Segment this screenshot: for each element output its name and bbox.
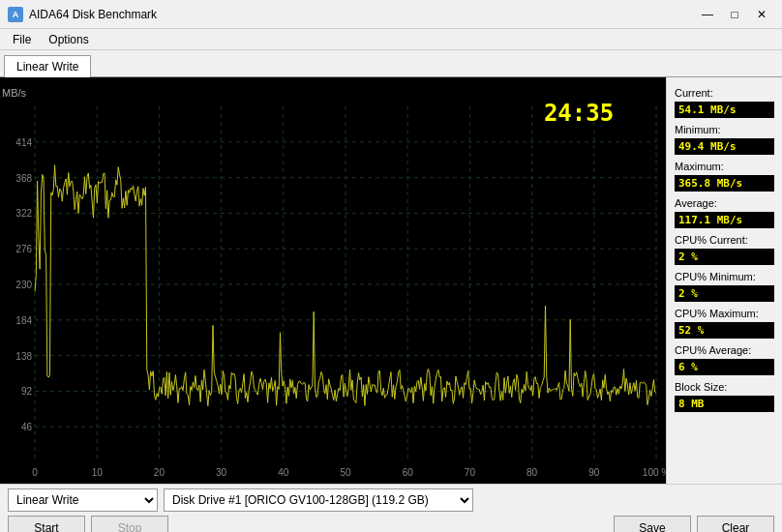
- menu-bar: File Options: [0, 29, 782, 50]
- test-select[interactable]: Linear Write Linear Read Random Write Ra…: [8, 488, 158, 512]
- cpu-maximum-value: 52 %: [675, 322, 774, 339]
- block-size-label: Block Size:: [675, 381, 774, 393]
- block-size-value: 8 MB: [675, 396, 774, 412]
- start-button[interactable]: Start: [8, 516, 85, 532]
- title-text: AIDA64 Disk Benchmark: [29, 8, 157, 21]
- tab-linear-write[interactable]: Linear Write: [4, 55, 91, 77]
- maximum-value: 365.8 MB/s: [675, 175, 774, 192]
- maximize-button[interactable]: □: [722, 5, 747, 24]
- menu-file[interactable]: File: [4, 30, 40, 49]
- minimize-button[interactable]: —: [695, 5, 720, 24]
- cpu-minimum-label: CPU% Minimum:: [675, 271, 774, 282]
- chart-canvas: [0, 77, 666, 484]
- title-controls: — □ ✕: [695, 5, 774, 24]
- clear-button[interactable]: Clear: [697, 516, 774, 532]
- average-value: 117.1 MB/s: [675, 212, 774, 228]
- title-bar-left: A AIDA64 Disk Benchmark: [8, 7, 157, 22]
- main-area: MB/s 24:35 Current: 54.1 MB/s Minimum: 4…: [0, 77, 782, 484]
- cpu-current-value: 2 %: [675, 249, 774, 265]
- stop-button[interactable]: Stop: [91, 516, 168, 532]
- drive-select[interactable]: Disk Drive #1 [ORICO GV100-128GB] (119.2…: [164, 488, 473, 512]
- control-row2: Start Stop Save Clear: [8, 516, 774, 532]
- close-button[interactable]: ✕: [749, 5, 774, 24]
- minimum-value: 49.4 MB/s: [675, 138, 774, 155]
- bottom-controls: Linear Write Linear Read Random Write Ra…: [0, 484, 782, 532]
- save-button[interactable]: Save: [614, 516, 691, 532]
- title-bar: A AIDA64 Disk Benchmark — □ ✕: [0, 0, 782, 29]
- control-row1: Linear Write Linear Read Random Write Ra…: [8, 488, 774, 512]
- app-icon: A: [8, 7, 23, 22]
- menu-options[interactable]: Options: [40, 30, 97, 49]
- chart-area: MB/s 24:35: [0, 77, 666, 484]
- maximum-label: Maximum:: [675, 161, 774, 172]
- stats-panel: Current: 54.1 MB/s Minimum: 49.4 MB/s Ma…: [666, 77, 782, 484]
- cpu-current-label: CPU% Current:: [675, 234, 774, 246]
- cpu-minimum-value: 2 %: [675, 285, 774, 302]
- minimum-label: Minimum:: [675, 124, 774, 135]
- current-value: 54.1 MB/s: [675, 102, 774, 118]
- cpu-maximum-label: CPU% Maximum:: [675, 308, 774, 319]
- average-label: Average:: [675, 197, 774, 209]
- cpu-average-value: 6 %: [675, 359, 774, 375]
- current-label: Current:: [675, 87, 774, 99]
- cpu-average-label: CPU% Average:: [675, 344, 774, 356]
- tab-bar: Linear Write: [0, 50, 782, 77]
